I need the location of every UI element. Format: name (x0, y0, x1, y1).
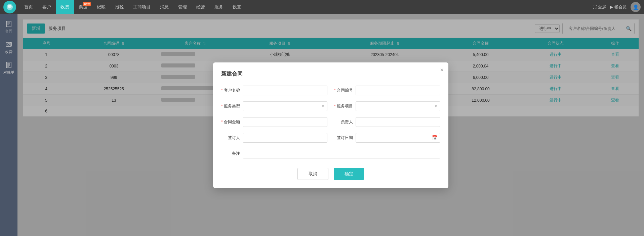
svg-rect-4 (6, 42, 11, 46)
label-responsible: 负责人 (334, 119, 353, 125)
field-service-item: 服务项目 (334, 101, 440, 111)
nav-service[interactable]: 服务 (210, 0, 228, 14)
date-wrap: 2023-06-06 📅 (356, 133, 440, 143)
input-contract-amount[interactable]: 0.00 (243, 117, 327, 127)
nav-right: ⛶ 全屏 ▶ 畅会员 👤 (593, 2, 641, 12)
nav-fee[interactable]: 收费 (56, 0, 74, 14)
select-service-type-wrap (243, 101, 327, 111)
modal-overlay: × 新建合同 客户名称 合同编号 服务类型 (17, 14, 644, 236)
select-service-item-wrap (356, 101, 440, 111)
svg-rect-8 (6, 62, 11, 68)
nav-customer[interactable]: 客户 (38, 0, 56, 14)
select-service-item[interactable] (356, 101, 440, 111)
form-row-1: 客户名称 合同编号 (221, 86, 440, 95)
nav-bookkeeping[interactable]: 记账 (92, 0, 110, 14)
label-customer-name: 客户名称 (221, 88, 240, 93)
content-area: 新增 服务项目 进行中 已完成 已终止 🔍 (17, 14, 644, 236)
label-contract-amount: 合同金额 (221, 119, 240, 125)
avatar-icon: 👤 (633, 4, 639, 10)
modal-footer: 取消 确定 (221, 168, 440, 180)
app-logo (3, 1, 16, 13)
fullscreen-btn[interactable]: ⛶ 全屏 (593, 4, 606, 10)
nav-home[interactable]: 首页 (19, 0, 38, 14)
label-service-item: 服务项目 (334, 103, 353, 109)
modal-close-button[interactable]: × (440, 66, 444, 74)
new-badge: new (83, 2, 91, 6)
nav-settings[interactable]: 设置 (228, 0, 246, 14)
field-signer: 签订人 (221, 133, 327, 143)
form-row-3: 合同金额 0.00 负责人 (221, 117, 440, 127)
input-customer-name[interactable] (243, 86, 327, 95)
label-service-type: 服务类型 (221, 103, 240, 109)
confirm-button[interactable]: 确定 (334, 168, 364, 180)
input-responsible[interactable] (356, 117, 440, 127)
fee-icon (5, 41, 12, 48)
nav-manage[interactable]: 管理 (173, 0, 192, 14)
fullscreen-icon: ⛶ (593, 5, 597, 9)
input-signer[interactable] (243, 133, 327, 143)
nav-invoice[interactable]: 票据 new (74, 0, 92, 14)
contract-icon (5, 20, 12, 28)
label-sign-date: 签订日期 (334, 135, 353, 141)
sidebar-item-fee[interactable]: 收费 (0, 37, 17, 58)
label-remark: 备注 (221, 151, 240, 156)
field-responsible: 负责人 (334, 117, 440, 127)
nav-business[interactable]: 工商项目 (128, 0, 155, 14)
main-layout: 合同 收费 (0, 14, 644, 236)
play-icon: ▶ (610, 5, 613, 9)
field-contract-code: 合同编号 (334, 86, 440, 95)
nav-tax[interactable]: 报税 (110, 0, 128, 14)
input-sign-date[interactable]: 2023-06-06 (356, 133, 440, 143)
statement-icon (5, 61, 12, 68)
sidebar-item-statement[interactable]: 对账单 (0, 58, 17, 78)
label-signer: 签订人 (221, 135, 240, 141)
field-sign-date: 签订日期 2023-06-06 📅 (334, 133, 440, 143)
svg-point-5 (8, 43, 10, 45)
input-contract-code[interactable] (356, 86, 440, 95)
form-row-2: 服务类型 服务项目 (221, 101, 440, 111)
label-contract-code: 合同编号 (334, 88, 353, 93)
form-row-4: 签订人 签订日期 2023-06-06 📅 (221, 133, 440, 143)
sidebar-item-contract[interactable]: 合同 (0, 17, 17, 37)
input-remark[interactable] (243, 149, 440, 158)
sidebar: 合同 收费 (0, 14, 17, 236)
field-service-type: 服务类型 (221, 101, 327, 111)
avatar[interactable]: 👤 (631, 2, 641, 12)
modal-title: 新建合同 (221, 70, 440, 78)
cancel-button[interactable]: 取消 (297, 168, 328, 180)
field-contract-amount: 合同金额 0.00 (221, 117, 327, 127)
nav-operation[interactable]: 经营 (192, 0, 210, 14)
top-navigation: 首页 客户 收费 票据 new 记账 报税 工商项目 消息 管理 经营 (0, 0, 644, 14)
create-contract-modal: × 新建合同 客户名称 合同编号 服务类型 (213, 62, 448, 188)
nav-message[interactable]: 消息 (155, 0, 173, 14)
main-nav: 首页 客户 收费 票据 new 记账 报税 工商项目 消息 管理 经营 (19, 0, 593, 14)
form-row-5: 备注 (221, 149, 440, 158)
select-service-type[interactable] (243, 101, 327, 111)
field-customer-name: 客户名称 (221, 86, 327, 95)
member-btn[interactable]: ▶ 畅会员 (610, 4, 627, 10)
field-remark: 备注 (221, 149, 440, 158)
